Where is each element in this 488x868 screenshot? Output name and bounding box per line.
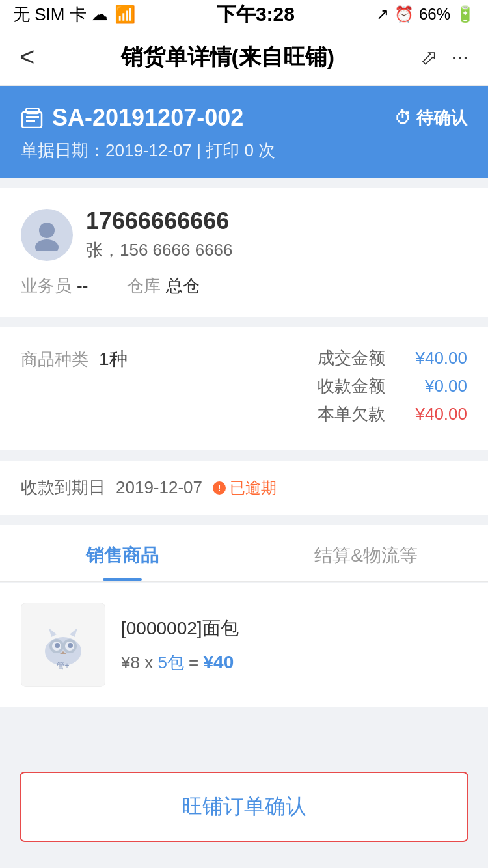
due-date-value: 2019-12-07 bbox=[116, 478, 202, 498]
customer-info: 17666666666 张，156 6666 6666 bbox=[86, 208, 233, 262]
sales-label: 业务员 bbox=[21, 275, 72, 297]
nav-left: < bbox=[20, 42, 34, 72]
received-amount-row: 收款金额 ¥0.00 bbox=[318, 375, 467, 398]
alarm-icon: ⏰ bbox=[394, 5, 414, 23]
due-date-label: 收款到期日 bbox=[21, 476, 105, 499]
customer-name: 张，156 6666 6666 bbox=[86, 239, 233, 262]
location-icon: ↗ bbox=[376, 5, 389, 23]
status-text: 待确认 bbox=[416, 107, 467, 129]
order-date: 单据日期：2019-12-07 | 打印 0 次 bbox=[21, 139, 467, 162]
order-id-text: SA-20191207-002 bbox=[52, 104, 243, 131]
received-amount-label: 收款金额 bbox=[318, 375, 385, 398]
bottom-bar: 旺铺订单确认 bbox=[0, 759, 488, 868]
tab-settlement[interactable]: 结算&物流等 bbox=[244, 525, 488, 581]
overdue-text: 已逾期 bbox=[230, 478, 277, 498]
svg-point-12 bbox=[68, 643, 73, 648]
product-total: ¥40 bbox=[203, 652, 234, 672]
summary-card: 商品种类 1种 成交金额 ¥40.00 收款金额 ¥0.00 本单欠款 ¥40.… bbox=[0, 327, 488, 450]
order-doc-icon bbox=[21, 108, 44, 128]
due-date-card: 收款到期日 2019-12-07 ! 已逾期 bbox=[0, 461, 488, 515]
status-bar: 无 SIM 卡 ☁ 📶 下午3:28 ↗ ⏰ 66% 🔋 bbox=[0, 0, 488, 29]
more-button[interactable]: ··· bbox=[451, 45, 468, 69]
status-right: ↗ ⏰ 66% 🔋 bbox=[376, 5, 475, 23]
tab-sales-products-label: 销售商品 bbox=[86, 545, 159, 565]
tabs-bar: 销售商品 结算&物流等 bbox=[0, 525, 488, 582]
deal-amount-row: 成交金额 ¥40.00 bbox=[318, 347, 467, 370]
product-logo: 管+ bbox=[37, 619, 89, 671]
svg-text:管+: 管+ bbox=[57, 661, 69, 670]
status-left: 无 SIM 卡 ☁ 📶 bbox=[13, 3, 135, 26]
owed-amount-value: ¥40.00 bbox=[396, 404, 467, 424]
svg-rect-1 bbox=[26, 108, 39, 113]
product-card: 管+ [0000002]面包 ¥8 x 5包 = ¥40 bbox=[0, 583, 488, 707]
tab-sales-products[interactable]: 销售商品 bbox=[0, 525, 244, 581]
deal-amount-value: ¥40.00 bbox=[396, 348, 467, 368]
confirm-order-button[interactable]: 旺铺订单确认 bbox=[20, 772, 468, 842]
sales-item: 业务员 -- bbox=[21, 275, 88, 297]
battery-icon: 🔋 bbox=[455, 5, 475, 23]
sales-value: -- bbox=[77, 276, 88, 296]
product-qty: 5包 bbox=[157, 653, 183, 672]
status-time: 下午3:28 bbox=[217, 1, 295, 28]
overdue-badge: ! 已逾期 bbox=[213, 478, 277, 498]
svg-point-5 bbox=[35, 239, 59, 251]
deal-amount-label: 成交金额 bbox=[318, 347, 385, 370]
product-unit-price: ¥8 x bbox=[121, 653, 157, 672]
wifi-icon: 📶 bbox=[115, 5, 135, 25]
warehouse-value: 总仓 bbox=[166, 275, 200, 297]
svg-rect-0 bbox=[22, 112, 42, 128]
share-button[interactable]: ⬀ bbox=[420, 45, 438, 70]
order-id-left: SA-20191207-002 bbox=[21, 104, 243, 131]
product-type-value: 1种 bbox=[99, 347, 128, 372]
amount-section: 成交金额 ¥40.00 收款金额 ¥0.00 本单欠款 ¥40.00 bbox=[318, 347, 467, 431]
order-header-card: SA-20191207-002 ⏱ 待确认 单据日期：2019-12-07 | … bbox=[0, 86, 488, 178]
battery-label: 66% bbox=[419, 5, 450, 23]
svg-marker-13 bbox=[49, 628, 57, 637]
svg-point-4 bbox=[39, 223, 55, 238]
owed-amount-label: 本单欠款 bbox=[318, 403, 385, 426]
page-title: 销货单详情(来自旺铺) bbox=[121, 42, 335, 72]
order-id-row: SA-20191207-002 ⏱ 待确认 bbox=[21, 104, 467, 131]
received-amount-value: ¥0.00 bbox=[396, 376, 467, 396]
product-name-text: 面包 bbox=[202, 618, 239, 638]
svg-marker-14 bbox=[70, 628, 77, 637]
product-price-line: ¥8 x 5包 = ¥40 bbox=[121, 651, 467, 674]
overdue-icon: ! bbox=[213, 481, 226, 495]
owed-amount-row: 本单欠款 ¥40.00 bbox=[318, 403, 467, 426]
customer-card: 17666666666 张，156 6666 6666 业务员 -- 仓库 总仓 bbox=[0, 188, 488, 317]
nav-right: ⬀ ··· bbox=[420, 45, 468, 70]
clock-icon: ⏱ bbox=[394, 108, 411, 128]
product-equals: = bbox=[184, 653, 204, 672]
customer-meta: 业务员 -- 仓库 总仓 bbox=[21, 275, 467, 297]
nav-bar: < 销货单详情(来自旺铺) ⬀ ··· bbox=[0, 29, 488, 86]
product-thumbnail: 管+ bbox=[21, 603, 105, 687]
product-code: [0000002] bbox=[121, 618, 202, 638]
tab-settlement-label: 结算&物流等 bbox=[314, 545, 418, 565]
no-sim-label: 无 SIM 卡 ☁ bbox=[13, 3, 108, 26]
svg-point-11 bbox=[55, 643, 60, 648]
product-type-section: 商品种类 1种 bbox=[21, 347, 128, 372]
product-name: [0000002]面包 bbox=[121, 616, 467, 641]
order-status: ⏱ 待确认 bbox=[394, 107, 467, 129]
avatar bbox=[21, 209, 73, 261]
warehouse-item: 仓库 总仓 bbox=[127, 275, 200, 297]
product-type-label: 商品种类 bbox=[21, 348, 88, 371]
customer-phone: 17666666666 bbox=[86, 208, 233, 235]
warehouse-label: 仓库 bbox=[127, 275, 161, 297]
product-info: [0000002]面包 ¥8 x 5包 = ¥40 bbox=[121, 616, 467, 674]
customer-top: 17666666666 张，156 6666 6666 bbox=[21, 208, 467, 262]
back-button[interactable]: < bbox=[20, 42, 34, 72]
